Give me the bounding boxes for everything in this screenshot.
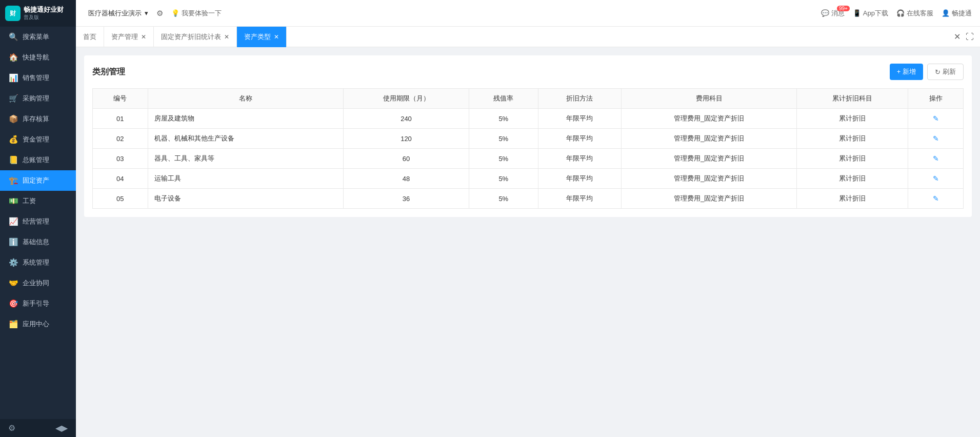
- sidebar-nav: 🔍 搜索菜单 🏠 快捷导航 📊 销售管理 🛒 采购管理 📦 库存核算 💰 资金管…: [0, 27, 76, 419]
- tab-close-depreciation[interactable]: ✕: [224, 33, 229, 41]
- header-settings-icon[interactable]: ⚙: [156, 9, 163, 18]
- message-badge: 99+: [837, 6, 850, 11]
- experience-btn[interactable]: 💡 我要体验一下: [167, 7, 226, 20]
- sidebar-item-system[interactable]: ⚙️ 系统管理: [0, 252, 76, 273]
- settings-bottom-icon[interactable]: ⚙: [8, 423, 15, 433]
- sidebar-label-inventory: 库存核算: [23, 114, 49, 124]
- data-cell: 年限平均: [538, 109, 621, 129]
- app-selector[interactable]: 医疗器械行业演示 ▾: [84, 7, 152, 20]
- data-cell: 管理费用_固定资产折旧: [622, 129, 797, 149]
- page-header: 类别管理 + 新增 ↻ 刷新: [92, 64, 964, 80]
- tab-asset-mgmt[interactable]: 资产管理✕: [104, 27, 154, 47]
- experience-icon: 💡: [171, 9, 179, 17]
- logo-title: 畅捷通好业财: [24, 6, 64, 14]
- sidebar-label-search: 搜索菜单: [23, 32, 49, 42]
- col-header: 费用科目: [622, 89, 797, 109]
- sidebar-label-enterprise: 企业协同: [23, 279, 49, 288]
- edit-icon[interactable]: ✎: [933, 114, 939, 123]
- sidebar-item-purchase[interactable]: 🛒 采购管理: [0, 88, 76, 109]
- tab-label-asset-mgmt: 资产管理: [111, 32, 138, 42]
- sidebar-icon-fixed-assets: 🏗️: [8, 175, 18, 186]
- sidebar-icon-capital: 💰: [8, 134, 18, 145]
- edit-cell[interactable]: ✎: [908, 109, 964, 129]
- sidebar-icon-quick-nav: 🏠: [8, 52, 18, 63]
- sidebar-icon-operations: 📈: [8, 216, 18, 227]
- sidebar-label-capital: 资金管理: [23, 135, 49, 144]
- customer-service-icon: 🎧: [896, 9, 905, 17]
- edit-icon[interactable]: ✎: [933, 154, 939, 163]
- sidebar-item-guide[interactable]: 🎯 新手引导: [0, 293, 76, 314]
- table-row: 04运输工具485%年限平均管理费用_固定资产折旧累计折旧✎: [93, 169, 964, 189]
- sidebar-label-salary: 工资: [23, 196, 36, 206]
- sidebar-item-fixed-assets[interactable]: 🏗️ 固定资产: [0, 170, 76, 191]
- main-area: 医疗器械行业演示 ▾ ⚙ 💡 我要体验一下 💬 消息 99+ 📱 App下载 🎧…: [76, 0, 980, 437]
- id-cell: 04: [93, 169, 148, 189]
- data-cell: 管理费用_固定资产折旧: [622, 169, 797, 189]
- collapse-icon[interactable]: ◀▶: [55, 423, 68, 433]
- header-row: 编号名称使用期限（月）残值率折旧方法费用科目累计折旧科目操作: [93, 89, 964, 109]
- header-left: 医疗器械行业演示 ▾ ⚙ 💡 我要体验一下: [84, 7, 813, 20]
- edit-icon[interactable]: ✎: [933, 174, 939, 183]
- edit-cell[interactable]: ✎: [908, 169, 964, 189]
- sidebar-item-enterprise[interactable]: 🤝 企业协同: [0, 273, 76, 293]
- sidebar-icon-apps: 🗂️: [8, 319, 18, 329]
- name-cell: 电子设备: [148, 189, 344, 209]
- data-cell: 累计折旧: [797, 149, 908, 169]
- customer-service-action[interactable]: 🎧 在线客服: [896, 9, 933, 18]
- refresh-label: 刷新: [943, 67, 956, 76]
- tab-depreciation[interactable]: 固定资产折旧统计表✕: [154, 27, 237, 47]
- sidebar-item-inventory[interactable]: 📦 库存核算: [0, 109, 76, 129]
- sidebar-item-operations[interactable]: 📈 经营管理: [0, 211, 76, 232]
- data-cell: 240: [344, 109, 469, 129]
- data-cell: 累计折旧: [797, 169, 908, 189]
- customer-service-label: 在线客服: [907, 9, 933, 18]
- sidebar-icon-ledger: 📒: [8, 155, 18, 165]
- table-body: 01房屋及建筑物2405%年限平均管理费用_固定资产折旧累计折旧✎02机器、机械…: [93, 109, 964, 209]
- app-download-action[interactable]: 📱 App下载: [853, 9, 888, 18]
- edit-icon[interactable]: ✎: [933, 134, 939, 143]
- id-cell: 02: [93, 129, 148, 149]
- data-cell: 5%: [469, 109, 538, 129]
- data-cell: 36: [344, 189, 469, 209]
- data-cell: 5%: [469, 169, 538, 189]
- sidebar-icon-purchase: 🛒: [8, 93, 18, 104]
- sidebar-item-capital[interactable]: 💰 资金管理: [0, 129, 76, 150]
- id-cell: 03: [93, 149, 148, 169]
- sidebar-item-salary[interactable]: 💵 工资: [0, 191, 76, 211]
- edit-cell[interactable]: ✎: [908, 129, 964, 149]
- message-icon: 💬: [821, 9, 829, 17]
- sidebar-item-quick-nav[interactable]: 🏠 快捷导航: [0, 47, 76, 68]
- sidebar-logo: 财 畅捷通好业财 普及版: [0, 0, 76, 27]
- edit-icon[interactable]: ✎: [933, 194, 939, 203]
- app-download-label: App下载: [863, 9, 888, 18]
- edit-cell[interactable]: ✎: [908, 149, 964, 169]
- app-download-icon: 📱: [853, 9, 861, 17]
- refresh-button[interactable]: ↻ 刷新: [927, 64, 964, 80]
- message-action[interactable]: 💬 消息 99+: [821, 9, 845, 18]
- tab-asset-type[interactable]: 资产类型✕: [237, 27, 287, 47]
- edit-cell[interactable]: ✎: [908, 189, 964, 209]
- sidebar-label-system: 系统管理: [23, 258, 49, 267]
- sidebar-item-basic-info[interactable]: ℹ️ 基础信息: [0, 232, 76, 252]
- header-right: 💬 消息 99+ 📱 App下载 🎧 在线客服 👤 畅捷通: [821, 9, 972, 18]
- sidebar-item-sales[interactable]: 📊 销售管理: [0, 68, 76, 88]
- close-window-icon[interactable]: ✕: [954, 32, 961, 42]
- app-selector-label: 医疗器械行业演示: [88, 9, 142, 18]
- col-header: 残值率: [469, 89, 538, 109]
- col-header: 编号: [93, 89, 148, 109]
- data-cell: 累计折旧: [797, 129, 908, 149]
- sidebar-item-ledger[interactable]: 📒 总账管理: [0, 150, 76, 170]
- maximize-window-icon[interactable]: ⛶: [966, 32, 974, 42]
- sidebar-item-search[interactable]: 🔍 搜索菜单: [0, 27, 76, 47]
- sidebar-item-apps[interactable]: 🗂️ 应用中心: [0, 314, 76, 334]
- user-avatar[interactable]: 👤 畅捷通: [942, 9, 972, 18]
- col-header: 累计折旧科目: [797, 89, 908, 109]
- tab-close-asset-mgmt[interactable]: ✕: [141, 33, 146, 41]
- app-selector-chevron: ▾: [145, 9, 148, 17]
- tab-close-asset-type[interactable]: ✕: [274, 33, 279, 41]
- data-cell: 管理费用_固定资产折旧: [622, 109, 797, 129]
- tab-home[interactable]: 首页: [76, 27, 104, 47]
- new-button[interactable]: + 新增: [890, 64, 923, 80]
- id-cell: 05: [93, 189, 148, 209]
- data-cell: 年限平均: [538, 169, 621, 189]
